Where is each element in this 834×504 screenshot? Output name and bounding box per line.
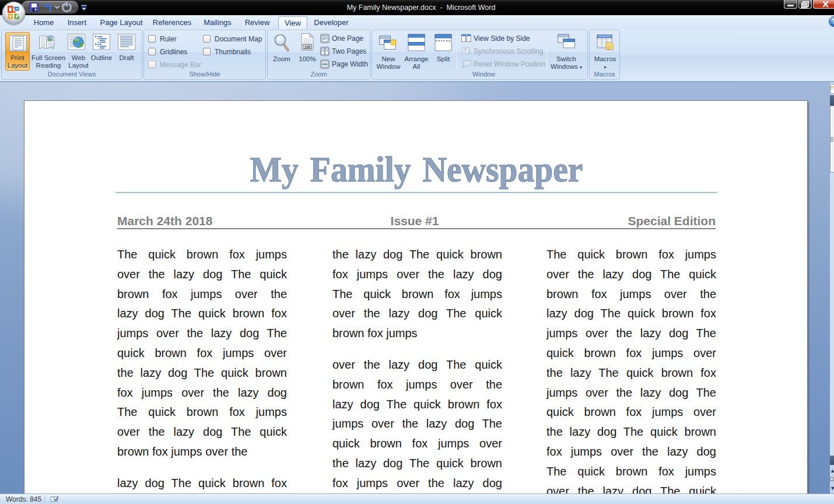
svg-text:100: 100 (304, 45, 311, 49)
